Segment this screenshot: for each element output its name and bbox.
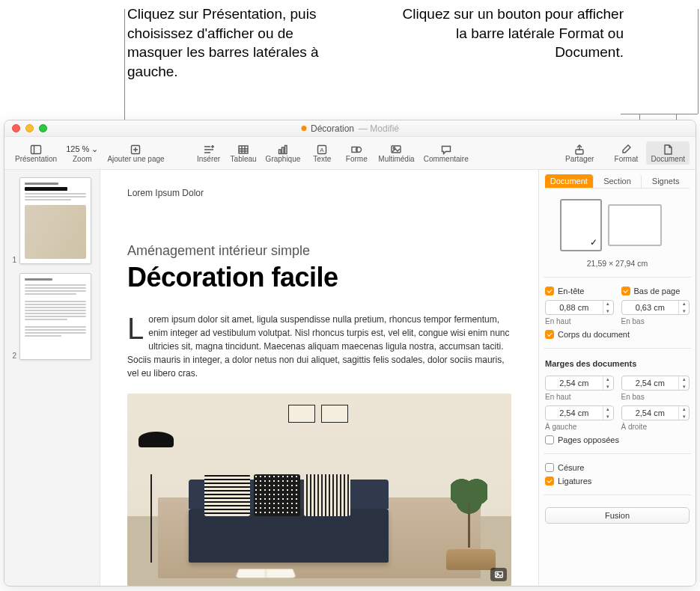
- title-bar: Décoration — Modifié: [4, 120, 696, 137]
- svg-rect-17: [284, 145, 287, 153]
- chart-button[interactable]: Graphique: [261, 141, 305, 165]
- fullscreen-icon[interactable]: [39, 124, 47, 132]
- callout-presentation: Cliquez sur Présentation, puis choisisse…: [127, 4, 352, 82]
- app-window: Décoration — Modifié Présentation 125 % …: [4, 120, 696, 587]
- document-inspector-sidebar: Document Section Signets ✓ 21,59 × 27,94…: [538, 170, 696, 586]
- format-button[interactable]: Format: [609, 141, 643, 165]
- hyphenation-checkbox-row[interactable]: Césure: [545, 463, 690, 472]
- modified-badge: Modifié: [370, 123, 399, 134]
- page-header-text: Lorem Ipsum Dolor: [127, 188, 511, 198]
- body-checkbox-row[interactable]: Corps du document: [545, 330, 690, 339]
- table-button[interactable]: Tableau: [226, 141, 261, 165]
- margin-right-stepper[interactable]: 2,54 cm▴▾: [621, 405, 690, 420]
- checkbox-icon: [621, 287, 630, 296]
- page-thumbnails-sidebar: 1 2: [4, 170, 100, 586]
- header-top-stepper[interactable]: 0,88 cm▴▾: [545, 300, 614, 315]
- checkbox-icon: [545, 463, 554, 472]
- callout-format-document: Cliquez sur un bouton pour afficher la b…: [399, 4, 624, 62]
- page-orientation-portrait[interactable]: ✓: [560, 199, 602, 251]
- fusion-button[interactable]: Fusion: [545, 507, 690, 524]
- sidebar-icon: [30, 143, 42, 156]
- page-orientation-landscape[interactable]: [608, 204, 662, 246]
- footer-checkbox-row[interactable]: Bas de page: [621, 287, 690, 296]
- checkbox-icon: [545, 477, 554, 486]
- chart-icon: [277, 143, 289, 156]
- document-title: Décoration facile: [127, 262, 511, 293]
- window-title: Décoration — Modifié: [301, 123, 399, 134]
- document-name: Décoration: [311, 123, 354, 134]
- comment-button[interactable]: Commentaire: [419, 141, 473, 165]
- document-icon: [301, 126, 306, 131]
- document-subtitle: Aménagement intérieur simple: [127, 243, 511, 259]
- svg-rect-16: [281, 147, 284, 154]
- margin-top-stepper[interactable]: 2,54 cm▴▾: [545, 376, 614, 391]
- ligatures-checkbox-row[interactable]: Ligatures: [545, 477, 690, 486]
- table-icon: [237, 143, 249, 156]
- media-icon: [390, 143, 402, 156]
- document-image[interactable]: [127, 394, 511, 586]
- shape-icon: [350, 143, 362, 156]
- svg-rect-15: [279, 150, 281, 154]
- page-dimensions: 21,59 × 27,94 cm: [545, 259, 690, 268]
- document-icon: [662, 143, 674, 156]
- footer-bottom-stepper[interactable]: 0,63 cm▴▾: [621, 300, 690, 315]
- checkbox-icon: [545, 330, 554, 339]
- facing-pages-checkbox-row[interactable]: Pages opposées: [545, 435, 690, 444]
- share-icon: [573, 143, 585, 156]
- zoom-button[interactable]: 125 % ⌄ Zoom: [61, 141, 103, 165]
- close-icon[interactable]: [12, 124, 20, 132]
- page-size-thumbnails: ✓: [545, 196, 690, 253]
- page-thumbnail-1[interactable]: 1: [10, 177, 94, 264]
- insert-icon: [203, 143, 215, 156]
- tab-document[interactable]: Document: [545, 174, 593, 188]
- tab-bookmarks[interactable]: Signets: [642, 174, 690, 188]
- presentation-button[interactable]: Présentation: [10, 141, 61, 165]
- checkmark-icon: ✓: [590, 237, 597, 248]
- insert-button[interactable]: Insérer: [192, 141, 226, 165]
- add-page-button[interactable]: Ajouter une page: [103, 141, 168, 165]
- header-checkbox-row[interactable]: En-tête: [545, 287, 614, 296]
- document-paragraph: Lorem ipsum dolor sit amet, ligula suspe…: [127, 313, 511, 380]
- brush-icon: [620, 143, 632, 156]
- inspector-tabs: Document Section Signets: [545, 174, 690, 189]
- media-button[interactable]: Multimédia: [374, 141, 419, 165]
- checkbox-icon: [545, 435, 554, 444]
- svg-text:A: A: [320, 147, 325, 153]
- toolbar: Présentation 125 % ⌄ Zoom Ajouter une pa…: [4, 137, 696, 170]
- checkbox-icon: [545, 287, 554, 296]
- share-button[interactable]: Partager: [561, 141, 598, 165]
- document-button[interactable]: Document: [646, 141, 690, 165]
- shape-button[interactable]: Forme: [339, 141, 374, 165]
- margin-left-stepper[interactable]: 2,54 cm▴▾: [545, 405, 614, 420]
- dropcap: L: [127, 313, 148, 341]
- margins-heading: Marges des documents: [545, 359, 690, 368]
- tab-section[interactable]: Section: [593, 174, 642, 188]
- comment-icon: [440, 143, 452, 156]
- window-controls: [12, 124, 47, 132]
- svg-rect-0: [31, 145, 41, 153]
- image-replace-icon[interactable]: [490, 568, 507, 581]
- plus-page-icon: [130, 143, 141, 156]
- zoom-value: 125 % ⌄: [66, 143, 98, 156]
- text-button[interactable]: A Texte: [305, 141, 339, 165]
- document-canvas[interactable]: Lorem Ipsum Dolor Aménagement intérieur …: [100, 170, 538, 586]
- minimize-icon[interactable]: [25, 124, 34, 132]
- svg-rect-10: [239, 146, 248, 153]
- callouts: Cliquez sur Présentation, puis choisisse…: [0, 0, 700, 120]
- text-icon: A: [316, 143, 328, 156]
- page-thumbnail-2[interactable]: 2: [10, 273, 94, 360]
- margin-bottom-stepper[interactable]: 2,54 cm▴▾: [621, 376, 690, 391]
